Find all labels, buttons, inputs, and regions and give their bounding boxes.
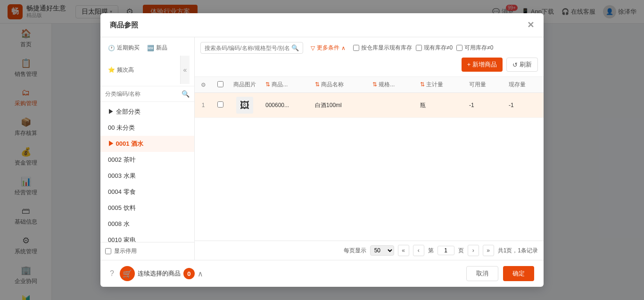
stock-nonzero-checkbox[interactable] xyxy=(416,45,422,51)
frequent-icon: ⭐ xyxy=(108,67,115,73)
avail-nonzero-checkbox[interactable] xyxy=(456,45,462,51)
warehouse-filter-label[interactable]: 按仓库显示现有库存 xyxy=(361,44,412,52)
cat-item-0005[interactable]: 0005 饮料 xyxy=(100,200,194,216)
table-header-unit[interactable]: ⇅ 主计量 xyxy=(415,77,464,93)
row-image-cell: 🖼 xyxy=(229,93,261,118)
page-suffix: 页 xyxy=(458,247,464,255)
row-checkbox[interactable] xyxy=(217,101,223,108)
product-image: 🖼 xyxy=(236,97,253,114)
stock-nonzero-label[interactable]: 现有库存≠0 xyxy=(424,44,453,52)
modal-body: 🕐 近期购买 🆕 新品 ⭐ 频次高 « 🔍 xyxy=(100,37,544,260)
filter-collapse-icon: ∧ xyxy=(341,45,346,51)
cart-icon[interactable]: 🛒 xyxy=(120,266,135,281)
row-available: -1 xyxy=(464,93,504,118)
cat-item-0010[interactable]: 0010 家电 xyxy=(100,232,194,242)
select-all-checkbox[interactable] xyxy=(217,81,223,87)
avail-nonzero-label[interactable]: 可用库存≠0 xyxy=(464,44,493,52)
cart-label: 连续选择的商品 xyxy=(138,269,181,278)
first-page-button[interactable]: « xyxy=(398,245,409,256)
help-icon[interactable]: ? xyxy=(110,269,114,278)
last-page-button[interactable]: » xyxy=(483,245,494,256)
modal-header: 商品参照 ✕ xyxy=(100,13,544,37)
product-search-input[interactable] xyxy=(205,45,289,51)
category-search: 🔍 xyxy=(100,86,194,102)
prev-page-button[interactable]: ‹ xyxy=(413,245,424,256)
recent-icon: 🕐 xyxy=(108,45,115,51)
add-product-button[interactable]: + 新增商品 xyxy=(462,58,503,72)
cat-item-0001[interactable]: ▶ 0001 酒水 xyxy=(100,136,194,152)
row-unit: 瓶 xyxy=(415,93,464,118)
filter-more-button[interactable]: ▽ 更多条件 ∧ xyxy=(307,42,349,54)
show-disabled-checkbox[interactable] xyxy=(105,248,111,254)
product-panel: 🔍 ▽ 更多条件 ∧ 按仓库显示现有库存 现有库存≠0 xyxy=(195,37,544,260)
cat-item-0003[interactable]: 0003 水果 xyxy=(100,168,194,184)
refresh-icon: ↺ xyxy=(512,61,518,68)
cat-item-0004[interactable]: 0004 零食 xyxy=(100,184,194,200)
page-number-input[interactable] xyxy=(438,246,454,255)
product-toolbar: 🔍 ▽ 更多条件 ∧ 按仓库显示现有库存 现有库存≠0 xyxy=(195,37,544,77)
cancel-button[interactable]: 取消 xyxy=(466,266,498,281)
category-search-icon[interactable]: 🔍 xyxy=(182,90,190,98)
table-header-checkbox xyxy=(212,77,229,93)
next-page-button[interactable]: › xyxy=(468,245,479,256)
table-header-available: 可用量 xyxy=(464,77,504,93)
sort-icon-spec: ⇅ xyxy=(372,81,377,88)
cat-tab-recent[interactable]: 🕐 近期购买 xyxy=(105,42,142,54)
page-size-select[interactable]: 50 100 200 xyxy=(370,245,394,256)
cart-collapse-icon[interactable]: ∧ xyxy=(198,269,203,278)
product-search-icon[interactable]: 🔍 xyxy=(291,44,299,51)
cat-item-0002[interactable]: 0002 茶叶 xyxy=(100,152,194,168)
cat-item-0008[interactable]: 0008 水 xyxy=(100,216,194,232)
row-name: 白酒100ml xyxy=(310,93,368,118)
table-header-settings[interactable]: ⚙ xyxy=(195,77,212,93)
modal-close-button[interactable]: ✕ xyxy=(527,20,534,30)
sort-icon-name: ⇅ xyxy=(315,81,320,88)
product-pagination: 每页显示 50 100 200 « ‹ 第 页 › » 共1页，1条记录 xyxy=(195,241,544,260)
table-header-name[interactable]: ⇅ 商品名称 xyxy=(310,77,368,93)
row-checkbox-cell xyxy=(212,93,229,118)
product-table-wrap: ⚙ 商品图片 ⇅ 商品... xyxy=(195,77,544,241)
category-collapse-button[interactable]: « xyxy=(180,56,190,84)
sort-icon: ⇅ xyxy=(265,81,270,88)
table-row[interactable]: 1 🖼 000600... 白酒100ml xyxy=(195,93,544,118)
footer-buttons: 取消 确定 xyxy=(466,266,534,281)
category-panel: 🕐 近期购买 🆕 新品 ⭐ 频次高 « 🔍 xyxy=(100,37,195,260)
category-tabs: 🕐 近期购买 🆕 新品 ⭐ 频次高 « xyxy=(100,37,194,86)
avail-nonzero-filter-group: 可用库存≠0 xyxy=(456,44,493,52)
stock-nonzero-filter-group: 现有库存≠0 xyxy=(416,44,453,52)
row-spec xyxy=(368,93,415,118)
refresh-button[interactable]: ↺ 刷新 xyxy=(506,58,538,72)
row-stock: -1 xyxy=(504,93,544,118)
row-seq: 1 xyxy=(195,93,212,118)
page-label: 第 xyxy=(428,247,434,255)
confirm-button[interactable]: 确定 xyxy=(503,266,534,281)
filter-icon: ▽ xyxy=(311,45,315,51)
warehouse-filter-checkbox[interactable] xyxy=(353,45,359,51)
page-size-label: 每页显示 xyxy=(344,247,366,255)
cat-item-00[interactable]: 00 未分类 xyxy=(100,120,194,136)
cat-item-all[interactable]: ▶ 全部分类 xyxy=(100,104,194,120)
modal-overlay: 商品参照 ✕ 🕐 近期购买 🆕 新品 ⭐ xyxy=(0,0,644,300)
cat-tab-frequent[interactable]: ⭐ 频次高 xyxy=(105,56,137,84)
row-code: 000600... xyxy=(261,93,310,118)
cat-tab-new[interactable]: 🆕 新品 xyxy=(144,42,170,54)
warehouse-filter-group: 按仓库显示现有库存 xyxy=(353,44,412,52)
category-list: ▶ 全部分类 00 未分类 ▶ 0001 酒水 0002 茶叶 0003 水果 xyxy=(100,102,194,242)
table-header-code[interactable]: ⇅ 商品... xyxy=(261,77,310,93)
table-header-spec[interactable]: ⇅ 规格... xyxy=(368,77,415,93)
show-disabled-label[interactable]: 显示停用 xyxy=(114,247,137,255)
table-header-image: 商品图片 xyxy=(229,77,261,93)
sort-icon-unit: ⇅ xyxy=(420,81,425,88)
product-table: ⚙ 商品图片 ⇅ 商品... xyxy=(195,77,544,118)
toolbar-right: + 新增商品 ↺ 刷新 xyxy=(462,58,538,72)
modal-footer: ? 🛒 连续选择的商品 0 ∧ 取消 确定 xyxy=(100,260,544,287)
cart-count-badge: 0 xyxy=(183,268,195,279)
modal-title: 商品参照 xyxy=(110,21,138,30)
cart-area: 🛒 连续选择的商品 0 ∧ xyxy=(120,266,203,281)
category-search-input[interactable] xyxy=(105,91,180,97)
category-footer: 显示停用 xyxy=(100,242,194,260)
product-search-box: 🔍 xyxy=(200,42,303,54)
total-records-label: 共1页，1条记录 xyxy=(498,247,538,255)
product-reference-modal: 商品参照 ✕ 🕐 近期购买 🆕 新品 ⭐ xyxy=(100,13,544,287)
new-icon: 🆕 xyxy=(147,45,154,51)
